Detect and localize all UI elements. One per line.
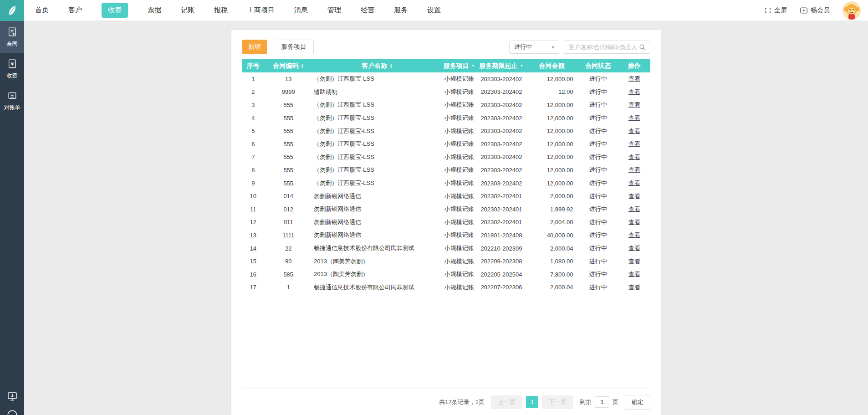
next-page-button[interactable]: 下一页 [542, 395, 573, 409]
table-row: 165852013（陶美芳勿删）小规模记账202205-2025047,800.… [242, 268, 650, 281]
table-cell: 5 [242, 124, 264, 138]
user-avatar[interactable] [842, 1, 861, 20]
toolbar-filters: 进行中 ▾ [509, 41, 650, 54]
add-contract-button[interactable]: 新增 [242, 40, 267, 54]
table-cell: （勿删）江西服宝-LSS [313, 72, 441, 86]
current-page-indicator[interactable]: 1 [526, 396, 538, 408]
sort-icon[interactable]: ▲▼ [389, 63, 393, 69]
table-cell: 555 [264, 98, 313, 112]
top-nav: 首页 客户 收费 票据 记账 报税 工商项目 消息 管理 经营 服务 设置 [35, 3, 441, 18]
view-link[interactable]: 查看 [628, 166, 640, 173]
goto-page-input[interactable] [595, 396, 609, 408]
view-link[interactable]: 查看 [628, 114, 640, 121]
table-cell: 555 [264, 138, 313, 151]
nav-item-settings[interactable]: 设置 [427, 6, 441, 15]
table-cell: 进行中 [577, 203, 618, 216]
table-cell: 40,000.00 [526, 229, 578, 242]
table-cell: 202302-202401 [477, 190, 526, 203]
table-cell: 小规模记账 [441, 124, 477, 138]
search-icon[interactable] [638, 43, 646, 51]
member-button[interactable]: 畅会员 [800, 6, 830, 15]
table-cell: 12,000.00 [526, 177, 578, 190]
svg-text:¥: ¥ [10, 61, 14, 67]
view-link[interactable]: 查看 [628, 219, 640, 225]
prev-page-button[interactable]: 上一页 [491, 395, 522, 409]
column-header-contract-status: 合同状态 [577, 59, 618, 72]
table-cell: 进行中 [577, 164, 618, 177]
nav-item-tax[interactable]: 报税 [214, 6, 228, 15]
table-cell: 小规模记账 [441, 268, 477, 281]
view-link[interactable]: 查看 [628, 140, 640, 147]
view-link[interactable]: 查看 [628, 154, 640, 160]
view-link[interactable]: 查看 [628, 88, 640, 95]
table-cell: 15 [242, 255, 264, 268]
nav-item-charging[interactable]: 收费 [102, 3, 128, 18]
view-link[interactable]: 查看 [628, 205, 640, 212]
fullscreen-label: 全屏 [774, 6, 787, 15]
actions-cell: 查看 [618, 151, 650, 164]
table-row: 6555（勿删）江西服宝-LSS小规模记账202303-20240212,000… [242, 138, 650, 151]
status-filter-select[interactable]: 进行中 ▾ [509, 41, 559, 54]
member-label: 畅会员 [811, 6, 830, 15]
nav-item-home[interactable]: 首页 [35, 6, 49, 15]
table-cell: 2,000.04 [526, 242, 578, 255]
table-cell: 202210-202309 [477, 242, 526, 255]
table-cell: 进行中 [577, 112, 618, 125]
sort-icon[interactable]: ▲▼ [301, 63, 304, 69]
nav-item-business-projects[interactable]: 工商项目 [247, 6, 275, 15]
table-cell: （勿删）江西服宝-LSS [313, 164, 441, 177]
table-cell: 13 [264, 72, 313, 86]
table-cell: 小规模记账 [441, 86, 477, 99]
contract-table-body: 113（勿删）江西服宝-LSS小规模记账202303-20240212,000.… [242, 72, 650, 294]
table-row: 113（勿删）江西服宝-LSS小规模记账202303-20240212,000.… [242, 72, 650, 86]
top-bar: 首页 客户 收费 票据 记账 报税 工商项目 消息 管理 经营 服务 设置 全屏 [0, 0, 868, 21]
actions-cell: 查看 [618, 72, 650, 86]
nav-item-invoices[interactable]: 票据 [148, 6, 161, 15]
view-link[interactable]: 查看 [628, 193, 640, 200]
fullscreen-button[interactable]: 全屏 [764, 6, 787, 15]
table-cell: 12,000.00 [526, 72, 578, 86]
app-logo[interactable] [0, 0, 24, 21]
help-headset-icon[interactable] [6, 409, 18, 415]
view-link[interactable]: 查看 [628, 179, 640, 186]
table-cell: 555 [264, 151, 313, 164]
goto-page-group: 到第 页 [580, 396, 618, 408]
table-cell: （勿删）江西服宝-LSS [313, 138, 441, 151]
top-bar-right: 全屏 畅会员 [764, 1, 868, 20]
sidebar-item-charging[interactable]: ¥ 收费 [0, 53, 24, 85]
statement-card-icon [7, 91, 17, 101]
yuan-receipt-icon: ¥ [7, 59, 17, 69]
nav-item-operations[interactable]: 经营 [361, 6, 374, 15]
nav-item-services[interactable]: 服务 [394, 6, 408, 15]
view-link[interactable]: 查看 [628, 101, 640, 108]
table-cell: 555 [264, 164, 313, 177]
sidebar-item-statements[interactable]: 对账单 [0, 85, 24, 117]
filter-caret-icon[interactable]: ▼ [471, 64, 475, 68]
nav-item-customers[interactable]: 客户 [68, 6, 82, 15]
view-link[interactable]: 查看 [628, 75, 640, 82]
table-cell: 1,080.00 [526, 255, 578, 268]
column-header-contract-code: 合同编码 ▲▼ [264, 59, 313, 72]
table-cell: 202303-202402 [477, 72, 526, 86]
view-link[interactable]: 查看 [628, 231, 640, 238]
nav-item-management[interactable]: 管理 [327, 6, 341, 15]
nav-item-messages[interactable]: 消息 [294, 6, 308, 15]
actions-cell: 查看 [618, 229, 650, 242]
download-client-icon[interactable] [7, 391, 18, 402]
view-link[interactable]: 查看 [628, 245, 640, 251]
view-link[interactable]: 查看 [628, 258, 640, 265]
view-link[interactable]: 查看 [628, 271, 640, 277]
actions-cell: 查看 [618, 281, 650, 294]
search-input[interactable] [569, 44, 638, 51]
filter-caret-icon[interactable]: ▼ [520, 64, 523, 68]
pagination-bar: 共17条记录，1页 上一页 1 下一页 到第 页 确定 [242, 389, 650, 415]
service-items-button[interactable]: 服务项目 [274, 40, 314, 54]
table-cell: 202205-202504 [477, 268, 526, 281]
table-cell: 555 [264, 112, 313, 125]
sidebar-item-contracts[interactable]: 合同 [0, 21, 24, 53]
table-cell: 进行中 [577, 216, 618, 229]
view-link[interactable]: 查看 [628, 284, 640, 291]
goto-confirm-button[interactable]: 确定 [625, 395, 650, 410]
nav-item-bookkeeping[interactable]: 记账 [181, 6, 194, 15]
view-link[interactable]: 查看 [628, 128, 640, 134]
